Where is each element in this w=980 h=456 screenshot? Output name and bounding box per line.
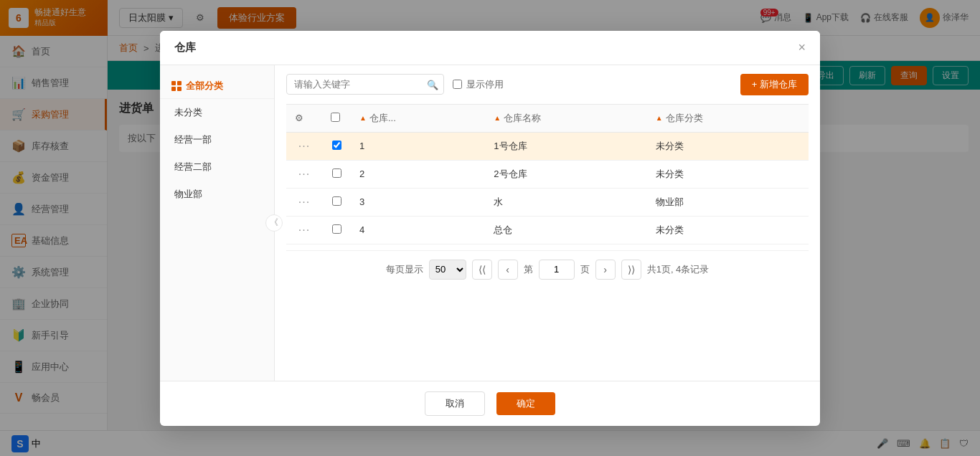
row-more-button[interactable]: ··· [298,168,310,181]
search-input-wrap: 🔍 [286,74,444,95]
row-checkbox[interactable] [332,168,341,178]
sidebar-category-unclassified[interactable]: 未分类 [160,99,274,126]
row-check[interactable] [322,132,351,160]
th-code: ▲ 仓库... [351,104,485,132]
all-categories-item[interactable]: 全部分类 [160,74,274,99]
table-body: ··· 1 1号仓库 未分类 ··· 2 2号仓库 未分类 ··· 3 水 物业… [286,132,809,244]
row-name: 1号仓库 [485,132,646,160]
page-input[interactable] [539,260,575,280]
row-category: 物业部 [647,188,809,216]
row-name: 总仓 [485,216,646,244]
collapse-sidebar-button[interactable]: 《 [265,214,283,232]
row-actions[interactable]: ··· [286,216,322,244]
sort-icon: ▲ [359,114,367,122]
all-categories-label: 全部分类 [186,80,223,92]
table-row[interactable]: ··· 1 1号仓库 未分类 [286,132,809,160]
sort-cat-icon: ▲ [656,114,663,122]
show-disabled-label[interactable]: 显示停用 [453,78,504,91]
row-name: 2号仓库 [485,160,646,188]
row-index: 1 [351,132,485,160]
th-check [322,104,351,132]
sidebar-category-dept2[interactable]: 经营二部 [160,153,274,181]
row-more-button[interactable]: ··· [298,224,310,237]
table-row[interactable]: ··· 4 总仓 未分类 [286,216,809,244]
per-page-label: 每页显示 [386,263,423,276]
row-checkbox[interactable] [332,224,341,234]
row-check[interactable] [322,216,351,244]
row-actions[interactable]: ··· [286,160,322,188]
select-all-checkbox[interactable] [331,113,340,122]
row-category: 未分类 [647,160,809,188]
modal-main: 🔍 显示停用 + 新增仓库 ⚙ [275,65,820,381]
row-category: 未分类 [647,132,809,160]
confirm-button[interactable]: 确定 [496,392,555,415]
modal-overlay: 仓库 × 全部分类 未分类 经营一部 经营二部 物业部 《 [0,0,980,456]
first-page-button[interactable]: ⟨⟨ [472,260,492,280]
row-index: 2 [351,160,485,188]
th-name: ▲ 仓库名称 [485,104,646,132]
page-prefix: 第 [524,263,533,276]
sidebar-category-dept1[interactable]: 经营一部 [160,126,274,153]
row-checkbox[interactable] [332,196,341,206]
prev-page-button[interactable]: ‹ [498,260,518,280]
row-check[interactable] [322,188,351,216]
row-actions[interactable]: ··· [286,188,322,216]
row-more-button[interactable]: ··· [298,140,310,153]
row-index: 3 [351,188,485,216]
warehouse-table: ⚙ ▲ 仓库... [286,104,809,244]
warehouse-modal: 仓库 × 全部分类 未分类 经营一部 经营二部 物业部 《 [160,31,820,426]
modal-pagination: 每页显示 50 100 ⟨⟨ ‹ 第 页 › ⟩⟩ 共1页, 4条记录 [286,250,809,288]
search-input[interactable] [286,74,444,95]
modal-body: 全部分类 未分类 经营一部 经营二部 物业部 《 🔍 [160,65,820,381]
cancel-button[interactable]: 取消 [425,391,485,416]
per-page-select[interactable]: 50 100 [429,260,466,280]
row-checkbox[interactable] [332,141,341,150]
row-category: 未分类 [647,216,809,244]
total-info: 共1页, 4条记录 [647,263,710,276]
search-icon[interactable]: 🔍 [427,79,438,90]
row-actions[interactable]: ··· [286,132,322,160]
modal-header: 仓库 × [160,31,820,65]
modal-footer: 取消 确定 [160,381,820,426]
th-category: ▲ 仓库分类 [647,104,809,132]
modal-sidebar: 全部分类 未分类 经营一部 经营二部 物业部 《 [160,65,275,381]
show-disabled-text: 显示停用 [466,78,504,91]
row-more-button[interactable]: ··· [298,196,310,209]
row-index: 4 [351,216,485,244]
th-gear: ⚙ [286,104,322,132]
grid-icon [171,81,182,91]
show-disabled-checkbox[interactable] [453,80,462,89]
table-row[interactable]: ··· 2 2号仓库 未分类 [286,160,809,188]
modal-title: 仓库 [174,41,196,54]
row-check[interactable] [322,160,351,188]
next-page-button[interactable]: › [595,260,616,280]
sidebar-category-property[interactable]: 物业部 [160,181,274,208]
table-row[interactable]: ··· 3 水 物业部 [286,188,809,216]
close-icon[interactable]: × [798,41,806,54]
page-suffix: 页 [580,263,590,276]
sort-name-icon: ▲ [494,114,501,122]
modal-search-bar: 🔍 显示停用 + 新增仓库 [286,74,809,95]
last-page-button[interactable]: ⟩⟩ [621,260,641,280]
add-warehouse-button[interactable]: + 新增仓库 [740,74,809,95]
gear-icon[interactable]: ⚙ [295,113,303,123]
table-header: ⚙ ▲ 仓库... [286,104,809,132]
row-name: 水 [485,188,646,216]
